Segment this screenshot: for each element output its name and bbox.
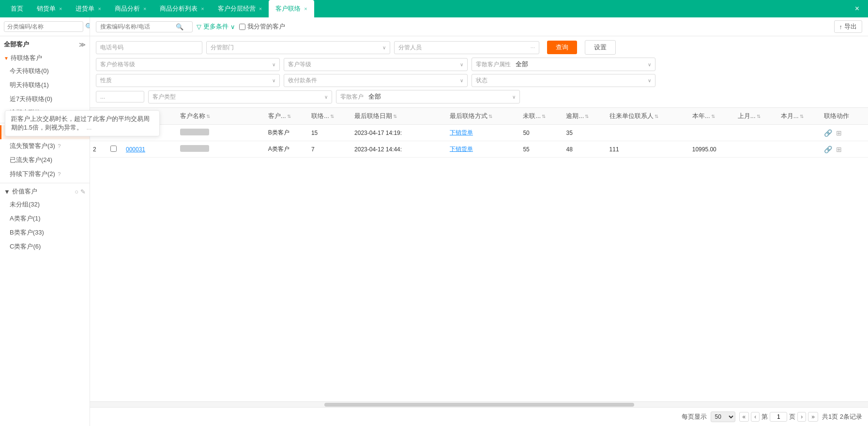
- row2-name-blurred: [180, 145, 209, 152]
- left-sidebar: 🔍 全部客户 ≫ ▼ 待联络客户 今天待联络(0) 明天待联络(1) 近7天待联…: [0, 17, 90, 426]
- nav-product-analysis-list-close[interactable]: ×: [201, 6, 204, 12]
- sidebar-already-lost[interactable]: 已流失客户(24): [0, 153, 90, 167]
- status-filter[interactable]: 状态 ∨: [472, 74, 655, 87]
- horizontal-scrollbar[interactable]: [90, 401, 868, 407]
- value-circle-icon[interactable]: ○: [75, 188, 78, 195]
- col-overdue[interactable]: 逾期... ⇅: [563, 108, 606, 125]
- sidebar-search-icon[interactable]: 🔍: [85, 23, 90, 30]
- phone-filter[interactable]: 电话号码: [96, 41, 202, 54]
- col-this-month[interactable]: 本月... ⇅: [778, 108, 821, 125]
- search-input[interactable]: [100, 23, 173, 30]
- row2-level: A类客户: [265, 141, 308, 158]
- col-customer-level[interactable]: 客户... ⇅: [265, 108, 308, 125]
- nav-product-analysis[interactable]: 商品分析 ×: [108, 0, 153, 17]
- sidebar-all-customers[interactable]: 全部客户 ≫: [0, 36, 90, 51]
- col-contact-count[interactable]: 联络... ⇅: [308, 108, 351, 125]
- collapse-icon[interactable]: ≫: [79, 41, 86, 48]
- col-related-contacts[interactable]: 往来单位联系人 ⇅: [607, 108, 689, 125]
- customer-level-filter[interactable]: 客户等级 ∨: [284, 58, 468, 71]
- my-customers-checkbox[interactable]: 我分管的客户: [239, 22, 285, 31]
- nav-customer-segment[interactable]: 客户分层经营 ×: [211, 0, 269, 17]
- retail-customer-filter[interactable]: 零散客户 全部 ∨: [336, 90, 520, 103]
- filter-row-3: 性质 ∨ 收付款条件 ∨ 状态 ∨: [96, 74, 862, 87]
- row1-grid-icon[interactable]: ⊞: [836, 129, 842, 137]
- row2-code[interactable]: 000031: [123, 141, 177, 158]
- nav-sales-order-close[interactable]: ×: [59, 6, 62, 12]
- dots-filter[interactable]: ...: [96, 91, 144, 103]
- sidebar-tomorrow-pending[interactable]: 明天待联络(1): [0, 78, 90, 92]
- nav-customer-contact-close[interactable]: ×: [304, 6, 307, 12]
- nav-home[interactable]: 首页: [4, 0, 30, 17]
- row1-name: [177, 125, 265, 141]
- lost-prediction-info-icon[interactable]: ?: [58, 143, 61, 149]
- global-close-button[interactable]: ×: [850, 4, 864, 13]
- current-page-input[interactable]: [770, 412, 787, 422]
- nav-sales-order[interactable]: 销货单 ×: [30, 0, 69, 17]
- row1-related: [607, 125, 689, 141]
- settings-button[interactable]: 设置: [585, 40, 616, 55]
- sidebar-continuous-down[interactable]: 持续下滑客户(2) ?: [0, 167, 90, 181]
- row2-last-method[interactable]: 下销货单: [447, 141, 520, 158]
- row1-this-year: [689, 125, 735, 141]
- row1-link-icon[interactable]: 🔗: [824, 129, 832, 137]
- col-last-month[interactable]: 上月... ⇅: [735, 108, 778, 125]
- sidebar-b-customers[interactable]: B类客户(33): [0, 226, 90, 240]
- nav-purchase-order-close[interactable]: ×: [98, 6, 101, 12]
- payment-filter[interactable]: 收付款条件 ∨: [284, 74, 468, 87]
- customer-type-filter[interactable]: 客户类型 ∨: [148, 90, 332, 103]
- value-edit-icon[interactable]: ✎: [80, 188, 86, 195]
- row2-name: [177, 141, 265, 158]
- row1-this-month: [778, 125, 821, 141]
- nav-product-analysis-close[interactable]: ×: [143, 6, 146, 12]
- sidebar-search-input[interactable]: [4, 21, 83, 32]
- sidebar-today-pending[interactable]: 今天待联络(0): [0, 64, 90, 78]
- first-page-button[interactable]: «: [739, 412, 749, 422]
- nav-purchase-order[interactable]: 进货单 ×: [69, 0, 107, 17]
- search-icon[interactable]: 🔍: [176, 23, 183, 30]
- manager-dots[interactable]: ···: [531, 44, 535, 50]
- query-button[interactable]: 查询: [547, 41, 577, 54]
- retail-attr-filter[interactable]: 零散客户属性 全部 ∨: [472, 58, 655, 71]
- row2-select[interactable]: [110, 146, 117, 152]
- sidebar-pending-title[interactable]: ▼ 待联络客户: [0, 52, 90, 64]
- gender-filter[interactable]: 性质 ∨: [96, 74, 280, 87]
- sidebar-lost-prediction[interactable]: 流失预警客户(3) ?: [0, 139, 90, 153]
- nav-customer-segment-close[interactable]: ×: [259, 6, 262, 12]
- manager-filter[interactable]: 分管人员 ···: [394, 41, 539, 54]
- continuous-down-info-icon[interactable]: ?: [58, 171, 61, 177]
- pagination-bar: 每页显示 50 20 100 « ‹ 第 页 › » 共1页 2条记录: [90, 407, 868, 426]
- col-last-contact-date[interactable]: 最后联络日期 ⇅: [351, 108, 447, 125]
- row2-checkbox[interactable]: [107, 141, 123, 158]
- nav-product-analysis-list[interactable]: 商品分析列表 ×: [153, 0, 211, 17]
- more-conditions-button[interactable]: ▽ 更多条件 ∨: [197, 22, 235, 31]
- sidebar-ungroup[interactable]: 未分组(32): [0, 198, 90, 212]
- tooltip-more-icon[interactable]: ...: [86, 124, 91, 131]
- next-page-button[interactable]: ›: [797, 412, 806, 422]
- retail-customer-caret: ∨: [512, 94, 516, 100]
- last-page-button[interactable]: »: [808, 412, 818, 422]
- col-this-year[interactable]: 本年... ⇅: [689, 108, 735, 125]
- value-triangle-icon: ▼: [4, 188, 10, 195]
- sidebar-c-customers[interactable]: C类客户(6): [0, 240, 90, 254]
- row2-grid-icon[interactable]: ⊞: [836, 146, 842, 153]
- sidebar-7days-pending[interactable]: 近7天待联络(0): [0, 92, 90, 106]
- export-button[interactable]: ↑ 导出: [834, 20, 863, 33]
- my-customers-input[interactable]: [239, 24, 245, 30]
- col-uncontacted[interactable]: 未联... ⇅: [520, 108, 563, 125]
- prev-page-button[interactable]: ‹: [751, 412, 760, 422]
- advanced-filter: 电话号码 分管部门 ∨ 分管人员 ··· 查询 设置 客户价格等级 ∨: [90, 36, 868, 108]
- row1-uncontacted: 50: [520, 125, 563, 141]
- gender-caret: ∨: [272, 78, 275, 83]
- row2-link-icon[interactable]: 🔗: [824, 146, 832, 153]
- scrollbar-thumb[interactable]: [324, 403, 634, 407]
- nav-customer-contact[interactable]: 客户联络 ×: [269, 0, 314, 17]
- dept-filter[interactable]: 分管部门 ∨: [206, 41, 390, 54]
- customer-table: ⚙ 客户编码 ⇅ 客户名称: [90, 108, 868, 158]
- row1-last-method[interactable]: 下销货单: [447, 125, 520, 141]
- col-last-contact-method[interactable]: 最后联络方式 ⇅: [447, 108, 520, 125]
- page-size-select[interactable]: 50 20 100: [711, 411, 735, 422]
- row1-action-icons: 🔗 ⊞: [824, 129, 865, 137]
- col-name[interactable]: 客户名称 ⇅: [177, 108, 265, 125]
- sidebar-a-customers[interactable]: A类客户(1): [0, 212, 90, 226]
- price-level-filter[interactable]: 客户价格等级 ∨: [96, 58, 280, 71]
